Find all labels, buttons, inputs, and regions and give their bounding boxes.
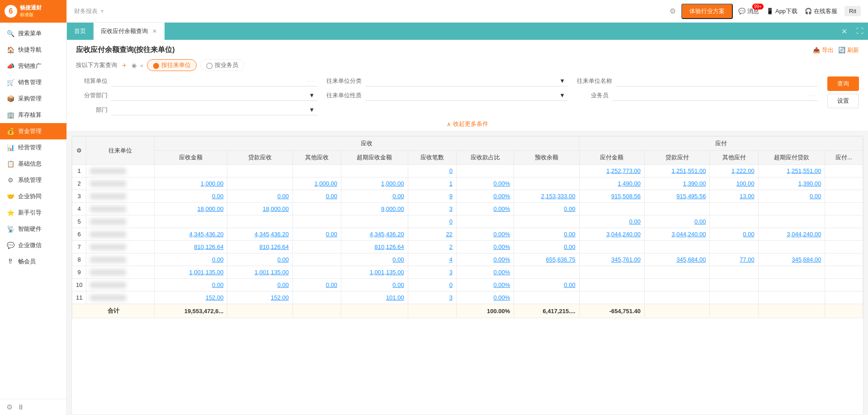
sidebar-item-marketing[interactable]: 📣 营销推广 xyxy=(0,58,66,74)
row-ar_amount[interactable]: 0.00 xyxy=(155,279,227,291)
sidebar-item-basic-info[interactable]: 📋 基础信息 xyxy=(0,156,66,172)
row-ar_other[interactable]: 0.00 xyxy=(292,279,341,291)
row-ar_amount[interactable]: 1,001,135.00 xyxy=(155,266,227,279)
topbar-service[interactable]: 🎧 在线客服 xyxy=(805,7,837,15)
row-ar_amount[interactable]: 810,126.64 xyxy=(155,241,227,253)
row-ar_ratio[interactable]: 0.00% xyxy=(456,291,514,304)
row-ap_overdue[interactable]: 0.00 xyxy=(758,190,825,203)
topbar-user[interactable]: Rit xyxy=(844,6,861,16)
row-ar_ratio[interactable]: 0.00% xyxy=(456,241,514,253)
sidebar-item-finance[interactable]: 💰 资金管理 xyxy=(0,123,66,139)
row-ar_amount[interactable]: 152.00 xyxy=(155,291,227,304)
filter-salesperson-input[interactable]: ··· xyxy=(612,90,818,101)
collapse-more[interactable]: ∧ 收起更多条件 xyxy=(76,117,859,131)
sidebar-item-operation[interactable]: 📊 经营管理 xyxy=(0,139,66,156)
topbar-msg[interactable]: 💬 消息 99+ xyxy=(738,7,759,15)
row-ap_amount[interactable]: 345,761.00 xyxy=(579,253,644,266)
row-ar_other[interactable]: 1,000.00 xyxy=(292,177,341,190)
sidebar-item-purchase[interactable]: 📦 采购管理 xyxy=(0,91,66,107)
row-ar_amount[interactable]: 4,345,436.20 xyxy=(155,228,227,241)
row-ar_count[interactable]: 1 xyxy=(408,177,456,190)
sidebar-item-corp-wechat[interactable]: 💬 企业微信 xyxy=(0,237,66,253)
sidebar-item-quick-nav[interactable]: 🏠 快捷导航 xyxy=(0,42,66,58)
row-ap_overdue[interactable]: 1,390.00 xyxy=(758,177,825,190)
row-ar_amount[interactable]: 0.00 xyxy=(155,253,227,266)
row-ar_loan[interactable]: 4,345,436.20 xyxy=(227,228,292,241)
row-ar_prepaid[interactable]: 0.00 xyxy=(514,228,579,241)
sidebar-item-sys-admin[interactable]: ⚙ 系统管理 xyxy=(0,172,66,188)
row-ar_prepaid[interactable]: 0.00 xyxy=(514,203,579,215)
row-ar_loan[interactable]: 0.00 xyxy=(227,190,292,203)
filter-dept-select[interactable]: ▼ xyxy=(111,90,317,101)
filter-add-icon[interactable]: ＋ xyxy=(121,61,128,70)
topbar-download[interactable]: 📱 App下载 xyxy=(766,7,797,15)
export-button[interactable]: 📤 导出 xyxy=(813,46,834,54)
row-ar_ratio[interactable]: 0.00% xyxy=(456,203,514,215)
filter-partner-name-input[interactable] xyxy=(616,76,818,86)
row-ar_prepaid[interactable]: 655,636.75 xyxy=(514,253,579,266)
row-ar_loan[interactable]: 1,001,135.00 xyxy=(227,266,292,279)
row-ar_overdue[interactable]: 810,126.64 xyxy=(341,241,408,253)
row-ar_overdue[interactable]: 1,001,135.00 xyxy=(341,266,408,279)
row-ar_loan[interactable]: 0.00 xyxy=(227,253,292,266)
filter-options-icon[interactable]: ◉ xyxy=(132,62,137,69)
row-ap_overdue[interactable]: 1,251,551.00 xyxy=(758,165,825,177)
row-ar_ratio[interactable]: 0.00% xyxy=(456,279,514,291)
row-ar_other[interactable]: 0.00 xyxy=(292,190,341,203)
filter-sub-dept-select[interactable]: ▼ xyxy=(111,105,317,115)
row-ar_count[interactable]: 0 xyxy=(408,165,456,177)
row-ap_loan[interactable]: 1,251,551.00 xyxy=(645,165,710,177)
row-ar_amount[interactable]: 0.00 xyxy=(155,190,227,203)
filter-partner-type-select[interactable]: ▼ xyxy=(365,76,568,86)
row-ap_loan[interactable]: 0.00 xyxy=(645,215,710,228)
filter-collapse-icon[interactable]: « xyxy=(140,62,143,69)
row-ap_amount[interactable]: 0.00 xyxy=(579,215,644,228)
row-ar_prepaid[interactable]: 2,153,333.00 xyxy=(514,190,579,203)
row-ar_loan[interactable]: 0.00 xyxy=(227,279,292,291)
row-ar_count[interactable]: 3 xyxy=(408,266,456,279)
row-ar_count[interactable]: 2 xyxy=(408,241,456,253)
row-ap_loan[interactable]: 915,495.56 xyxy=(645,190,710,203)
sidebar-item-sales[interactable]: 🛒 销售管理 xyxy=(0,74,66,91)
promo-button[interactable]: 体验行业方案 xyxy=(681,4,733,19)
row-ar_loan[interactable]: 810,126.64 xyxy=(227,241,292,253)
sidebar-item-member[interactable]: 🎖 畅会员 xyxy=(0,253,66,270)
row-ar_count[interactable]: 4 xyxy=(408,253,456,266)
sidebar-item-corp-collab[interactable]: 🤝 企业协同 xyxy=(0,188,66,205)
row-ap_other[interactable]: 0.00 xyxy=(710,228,758,241)
row-ap_other[interactable]: 1,222.00 xyxy=(710,165,758,177)
row-ap_other[interactable]: 13.00 xyxy=(710,190,758,203)
set-button[interactable]: 设置 xyxy=(827,94,859,108)
sidebar-item-new-guide[interactable]: ⭐ 新手引导 xyxy=(0,205,66,221)
row-ar_overdue[interactable]: 0.00 xyxy=(341,253,408,266)
row-ap_overdue[interactable]: 345,684.00 xyxy=(758,253,825,266)
row-ar_count[interactable]: 3 xyxy=(408,203,456,215)
row-ar_ratio[interactable]: 0.00% xyxy=(456,253,514,266)
row-ap_overdue[interactable]: 3,044,240.00 xyxy=(758,228,825,241)
row-ar_overdue[interactable]: 1,000.00 xyxy=(341,177,408,190)
query-button[interactable]: 查询 xyxy=(827,76,859,91)
row-ap_loan[interactable]: 1,390.00 xyxy=(645,177,710,190)
row-ar_loan[interactable]: 18,000.00 xyxy=(227,203,292,215)
row-ar_prepaid[interactable]: 0.00 xyxy=(514,279,579,291)
row-ap_other[interactable]: 100.00 xyxy=(710,177,758,190)
sidebar-item-inventory[interactable]: 🏢 库存核算 xyxy=(0,107,66,123)
row-ar_overdue[interactable]: 0.00 xyxy=(341,279,408,291)
filter-partner-nature-select[interactable]: ▼ xyxy=(365,90,568,101)
row-ap_amount[interactable]: 915,508.56 xyxy=(579,190,644,203)
row-ar_overdue[interactable]: 101.00 xyxy=(341,291,408,304)
tab-home[interactable]: 首页 xyxy=(67,23,94,40)
row-ar_count[interactable]: 3 xyxy=(408,291,456,304)
scheme-tag-salesperson[interactable]: ◯ 按业务员 xyxy=(200,59,244,71)
row-ar_amount[interactable]: 18,000.00 xyxy=(155,203,227,215)
row-ap_amount[interactable]: 3,044,240.00 xyxy=(579,228,644,241)
row-ar_loan[interactable]: 152.00 xyxy=(227,291,292,304)
filter-jiesuan-input[interactable]: ··· xyxy=(111,76,317,86)
row-ap_loan[interactable]: 3,044,240.00 xyxy=(645,228,710,241)
tab-ar-ap-query[interactable]: 应收应付余额查询 ✕ xyxy=(94,23,165,40)
sidebar-item-smart-hw[interactable]: 📡 智能硬件 xyxy=(0,221,66,237)
row-ar_overdue[interactable]: 0.00 xyxy=(341,190,408,203)
row-ar_other[interactable]: 0.00 xyxy=(292,228,341,241)
row-ar_ratio[interactable]: 0.00% xyxy=(456,177,514,190)
row-ap_loan[interactable]: 345,684.00 xyxy=(645,253,710,266)
